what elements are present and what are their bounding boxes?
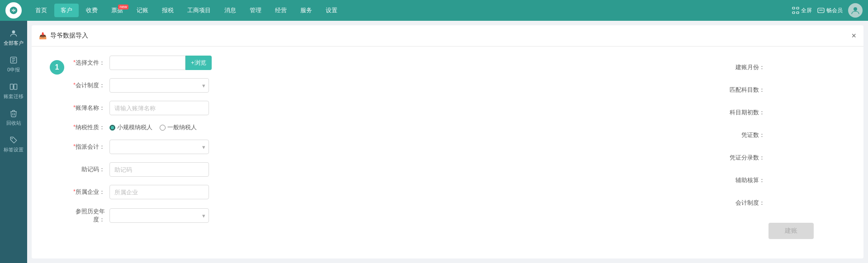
nav-home[interactable]: 首页 <box>29 4 53 17</box>
svg-rect-0 <box>792 7 795 9</box>
assign-accountant-row: 指派会计： <box>73 140 710 154</box>
tax-type-group: 小规模纳税人 一般纳税人 <box>109 123 197 132</box>
accounting-system-select[interactable] <box>109 78 209 93</box>
nav-bookkeeping[interactable]: 记账 <box>130 4 155 17</box>
sidebar: 全部客户 0申报 账套迁移 回收站 <box>0 21 27 263</box>
svg-point-10 <box>11 138 13 139</box>
file-input-group: +浏览 <box>109 56 212 70</box>
radio-small-scale[interactable]: 小规模纳税人 <box>109 123 152 132</box>
mnemonic-label: 助记码： <box>73 165 109 174</box>
account-name-input[interactable] <box>109 101 209 115</box>
browse-button[interactable]: +浏览 <box>185 56 212 70</box>
voucher-count-row: 凭证数： <box>728 128 845 142</box>
nav-message[interactable]: 消息 <box>218 4 242 17</box>
nav-service[interactable]: 服务 <box>294 4 318 17</box>
svg-rect-3 <box>797 12 799 14</box>
account-name-label: 账簿名称： <box>73 104 109 112</box>
panel-title: 导爷数据导入 <box>50 32 88 40</box>
build-month-value <box>768 60 845 75</box>
user-avatar[interactable] <box>848 3 863 18</box>
voucher-entries-row: 凭证分录数： <box>728 150 845 165</box>
reference-year-row: 参照历史年度： <box>73 207 710 224</box>
company-row: 所属企业： <box>73 185 710 199</box>
voucher-count-label: 凭证数： <box>728 131 768 139</box>
sidebar-item-all-customers[interactable]: 全部客户 <box>0 25 27 50</box>
app-logo <box>5 2 22 19</box>
form-fields: 选择文件： +浏览 会计制度： <box>73 56 710 249</box>
radio-general-input[interactable] <box>160 125 166 131</box>
top-nav: 首页 客户 收费 票据 new 记账 报税 工商项目 消息 管理 经营 服务 设… <box>0 0 868 21</box>
fullscreen-btn[interactable]: 全屏 <box>792 7 812 14</box>
build-account-button[interactable]: 建账 <box>768 223 814 239</box>
reference-year-select[interactable] <box>109 208 209 223</box>
nav-invoice[interactable]: 票据 new <box>105 4 129 17</box>
nav-settings[interactable]: 设置 <box>319 4 344 17</box>
reference-year-select-wrap <box>109 208 209 223</box>
accounting-system-row: 会计制度： <box>73 78 710 93</box>
nav-operation[interactable]: 经营 <box>269 4 293 17</box>
accounting-system-info-value <box>768 196 845 210</box>
build-month-label: 建账月份： <box>728 63 768 71</box>
svg-point-6 <box>12 30 15 33</box>
step-indicator: 1 <box>50 56 64 249</box>
assign-accountant-select-wrap <box>109 140 209 154</box>
company-label: 所属企业： <box>73 188 109 196</box>
sidebar-item-transfer[interactable]: 账套迁移 <box>0 79 27 103</box>
panel-close-button[interactable]: × <box>851 32 856 40</box>
nav-billing[interactable]: 收费 <box>80 4 104 17</box>
svg-rect-1 <box>797 7 799 9</box>
match-subject-value <box>768 83 845 97</box>
file-input[interactable] <box>109 56 185 70</box>
voucher-entries-value <box>768 150 845 165</box>
accounting-system-select-wrap <box>109 78 209 93</box>
initial-data-row: 科目期初数： <box>728 105 845 120</box>
match-subject-label: 匹配科目数： <box>728 86 768 94</box>
mnemonic-input[interactable] <box>109 162 209 177</box>
voucher-count-value <box>768 128 845 142</box>
vip-btn[interactable]: 畅会员 <box>817 7 843 14</box>
info-section: 建账月份： 匹配科目数： 科目期初数： 凭证数： <box>728 56 845 249</box>
panel-header-icon: 📥 <box>39 32 47 39</box>
nav-manage[interactable]: 管理 <box>243 4 268 17</box>
panel-header: 📥 导爷数据导入 × <box>32 25 863 47</box>
accounting-system-label: 会计制度： <box>73 81 109 89</box>
accounting-system-info-row: 会计制度： <box>728 196 845 210</box>
sidebar-item-trash[interactable]: 回收站 <box>0 105 27 130</box>
file-label: 选择文件： <box>73 59 109 67</box>
mnemonic-row: 助记码： <box>73 162 710 177</box>
svg-rect-9 <box>14 84 17 89</box>
main-panel: 📥 导爷数据导入 × 1 选择文件： <box>32 25 863 258</box>
match-subject-row: 匹配科目数： <box>728 83 845 97</box>
tax-type-row: 纳税性质： 小规模纳税人 一般纳税人 <box>73 123 710 132</box>
new-badge: new <box>118 5 128 9</box>
nav-tax[interactable]: 报税 <box>156 4 180 17</box>
nav-items: 首页 客户 收费 票据 new 记账 报税 工商项目 消息 管理 经营 服务 设… <box>29 4 792 17</box>
nav-right: 全屏 畅会员 <box>792 3 863 18</box>
file-input-row: 选择文件： +浏览 <box>73 56 710 70</box>
account-name-row: 账簿名称： <box>73 101 710 115</box>
svg-rect-2 <box>792 12 795 14</box>
sidebar-item-tags[interactable]: 标签设置 <box>0 132 27 157</box>
form-section: 1 选择文件： +浏览 会计制度： <box>50 56 710 249</box>
aux-accounting-label: 辅助核算： <box>728 176 768 184</box>
sidebar-item-zero-report[interactable]: 0申报 <box>0 52 27 77</box>
aux-accounting-value <box>768 173 845 188</box>
initial-data-value <box>768 105 845 120</box>
radio-general[interactable]: 一般纳税人 <box>160 123 197 132</box>
build-month-row: 建账月份： <box>728 60 845 75</box>
assign-accountant-select[interactable] <box>109 140 209 154</box>
nav-business[interactable]: 工商项目 <box>181 4 217 17</box>
svg-point-5 <box>854 7 857 11</box>
assign-accountant-label: 指派会计： <box>73 143 109 151</box>
tax-type-label: 纳税性质： <box>73 123 109 132</box>
svg-rect-4 <box>818 8 824 13</box>
company-input[interactable] <box>109 185 209 199</box>
reference-year-label: 参照历史年度： <box>73 207 109 224</box>
accounting-system-info-label: 会计制度： <box>728 199 768 207</box>
initial-data-label: 科目期初数： <box>728 108 768 117</box>
nav-customer[interactable]: 客户 <box>54 4 79 17</box>
step-circle: 1 <box>50 60 64 75</box>
main-layout: 全部客户 0申报 账套迁移 回收站 <box>0 21 868 263</box>
radio-small-scale-input[interactable] <box>109 125 115 131</box>
aux-accounting-row: 辅助核算： <box>728 173 845 188</box>
